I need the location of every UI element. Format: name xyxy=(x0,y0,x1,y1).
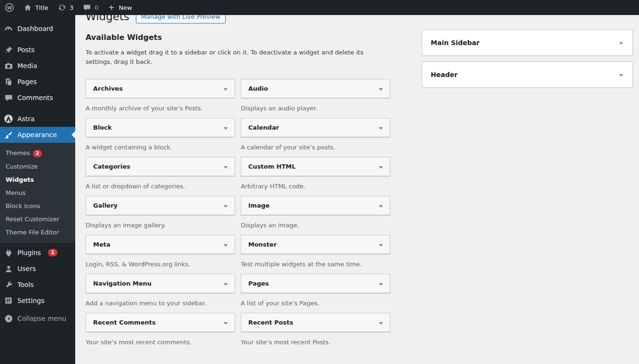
sidebar-item-users[interactable]: Users xyxy=(0,261,75,277)
chevron-down-icon[interactable] xyxy=(224,322,228,325)
settings-icon xyxy=(4,296,13,305)
submenu-item-label: Block Icons xyxy=(6,202,40,209)
widget-card[interactable]: Monster xyxy=(241,235,390,254)
collapse-icon xyxy=(4,314,13,323)
widget-title: Audio xyxy=(248,85,268,92)
chevron-down-icon[interactable] xyxy=(224,166,228,169)
submenu-item-widgets[interactable]: Widgets xyxy=(0,173,75,186)
sidebar-item-tools[interactable]: Tools xyxy=(0,277,75,293)
site-link[interactable]: Title xyxy=(19,0,53,15)
widget-card[interactable]: Image xyxy=(241,196,390,215)
submenu-item-label: Theme File Editor xyxy=(6,229,59,236)
widget-description: A monthly archive of your site’s Posts. xyxy=(86,104,235,113)
home-icon xyxy=(24,3,32,12)
widget-cell: Gallery Displays an image gallery. xyxy=(86,196,235,230)
sidebar-item-comments[interactable]: Comments xyxy=(0,90,75,106)
chevron-down-icon[interactable] xyxy=(379,166,383,169)
widget-card[interactable]: Gallery xyxy=(86,196,235,215)
wordpress-menu[interactable]: W xyxy=(0,0,19,15)
site-name: Title xyxy=(35,4,48,11)
widget-title: Recent Posts xyxy=(248,319,293,326)
widget-card[interactable]: Archives xyxy=(86,79,235,98)
sidebar-item-media[interactable]: Media xyxy=(0,58,75,74)
submenu-item-reset-customizer[interactable]: Reset Customizer xyxy=(0,213,75,226)
sidebar-item-plugins[interactable]: Plugins 1 xyxy=(0,245,75,261)
comment-bubble-icon xyxy=(83,3,91,12)
widget-card[interactable]: Calendar xyxy=(241,118,390,137)
submenu-item-menus[interactable]: Menus xyxy=(0,186,75,200)
submenu-item-label: Widgets xyxy=(6,176,34,183)
chevron-down-icon[interactable] xyxy=(379,244,383,247)
widget-card[interactable]: Categories xyxy=(86,157,235,176)
sidebar-item-astra[interactable]: Astra xyxy=(0,111,75,127)
submenu-item-customize[interactable]: Customize xyxy=(0,160,75,173)
admin-bar: W Title 3 0 New xyxy=(0,0,639,15)
new-content-menu[interactable]: New xyxy=(103,0,136,15)
sidebar-item-label: Astra xyxy=(17,115,35,123)
submenu-item-theme-file-editor[interactable]: Theme File Editor xyxy=(0,226,75,239)
widget-card[interactable]: Meta xyxy=(86,235,235,254)
submenu-item-label: Reset Customizer xyxy=(6,216,59,223)
sidebar-item-appearance[interactable]: Appearance xyxy=(0,127,75,143)
widget-description: Add a navigation menu to your sidebar. xyxy=(86,299,235,308)
widget-cell: Recent Comments Your site’s most recent … xyxy=(86,313,235,347)
available-widgets-grid: Archives A monthly archive of your site’… xyxy=(86,79,390,347)
submenu-item-block-icons[interactable]: Block Icons xyxy=(0,200,75,213)
widget-description: Your site’s most recent comments. xyxy=(86,338,235,347)
pages-icon xyxy=(4,77,13,86)
sidebar-item-label: Comments xyxy=(17,94,53,101)
widget-description: Displays an image gallery. xyxy=(86,221,235,230)
widget-title: Image xyxy=(248,202,269,209)
widget-title: Pages xyxy=(248,280,269,287)
sidebar-item-posts[interactable]: Posts xyxy=(0,42,75,58)
chevron-down-icon[interactable] xyxy=(379,205,383,208)
chevron-down-icon[interactable] xyxy=(379,322,383,325)
widget-card[interactable]: Custom HTML xyxy=(241,157,390,176)
widget-card[interactable]: Navigation Menu xyxy=(86,274,235,293)
widget-title: Block xyxy=(93,124,112,131)
chevron-down-icon[interactable] xyxy=(619,74,623,77)
sidebar-item-settings[interactable]: Settings xyxy=(0,293,75,309)
sidebar-item-pages[interactable]: Pages xyxy=(0,74,75,90)
comments-count: 0 xyxy=(95,4,98,11)
widget-card[interactable]: Recent Posts xyxy=(241,313,390,332)
updates-menu[interactable]: 3 xyxy=(53,0,78,15)
chevron-down-icon[interactable] xyxy=(224,283,228,286)
sidebar-item-dashboard[interactable]: Dashboard xyxy=(0,21,75,37)
comments-menu[interactable]: 0 xyxy=(78,0,103,15)
widget-description: A calendar of your site’s posts. xyxy=(241,143,390,152)
widget-description: A widget containing a block. xyxy=(86,143,235,152)
chevron-down-icon[interactable] xyxy=(224,205,228,208)
chevron-down-icon[interactable] xyxy=(224,88,228,91)
chevron-down-icon[interactable] xyxy=(379,88,383,91)
available-widgets-heading: Available Widgets xyxy=(86,33,390,42)
submenu-item-themes[interactable]: Themes2 xyxy=(0,147,75,160)
chevron-down-icon[interactable] xyxy=(619,42,623,45)
main-content: Widgets Manage with Live Preview Availab… xyxy=(75,0,639,364)
chevron-down-icon[interactable] xyxy=(379,127,383,130)
plugins-update-badge: 1 xyxy=(48,249,57,256)
widget-title: Meta xyxy=(93,241,110,248)
widget-cell: Meta Login, RSS, & WordPress.org links. xyxy=(86,235,235,269)
sidebar-item-label: Plugins xyxy=(17,249,41,256)
widget-area-panel[interactable]: Header xyxy=(422,62,633,88)
collapse-menu-button[interactable]: Collapse menu xyxy=(0,310,75,326)
widget-cell: Recent Posts Your site’s most recent Pos… xyxy=(241,313,390,347)
updates-count: 3 xyxy=(70,4,73,11)
brush-icon xyxy=(4,130,13,139)
widget-area-title: Header xyxy=(431,71,458,78)
sidebar-item-label: Media xyxy=(17,62,37,70)
widget-card[interactable]: Audio xyxy=(241,79,390,98)
chevron-down-icon[interactable] xyxy=(224,127,228,130)
widget-title: Navigation Menu xyxy=(93,280,151,287)
widget-card[interactable]: Pages xyxy=(241,274,390,293)
chevron-down-icon[interactable] xyxy=(379,283,383,286)
widget-cell: Monster Test multiple widgets at the sam… xyxy=(241,235,390,269)
svg-text:W: W xyxy=(7,5,12,10)
widget-card[interactable]: Block xyxy=(86,118,235,137)
widget-area-panel[interactable]: Main Sidebar xyxy=(422,30,633,56)
themes-update-badge: 2 xyxy=(33,150,42,157)
chevron-down-icon[interactable] xyxy=(224,244,228,247)
widget-card[interactable]: Recent Comments xyxy=(86,313,235,332)
widget-description: Login, RSS, & WordPress.org links. xyxy=(86,260,235,269)
